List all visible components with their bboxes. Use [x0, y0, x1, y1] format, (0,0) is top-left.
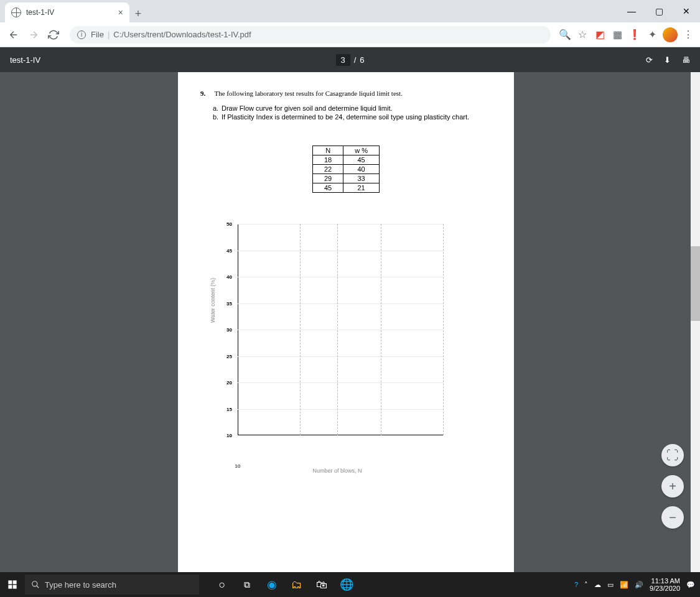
tray-wifi-icon[interactable]: 📶 — [620, 581, 628, 589]
scrollbar-track[interactable] — [691, 72, 700, 572]
cortana-icon[interactable]: ○ — [212, 574, 233, 595]
extension-icon-1[interactable]: ◩ — [593, 28, 607, 42]
extensions-puzzle-icon[interactable]: ✦ — [645, 28, 659, 42]
search-icon — [31, 580, 40, 589]
y-tick: 25 — [226, 353, 232, 359]
new-tab-button[interactable]: + — [129, 5, 147, 22]
address-bar[interactable]: i File | C:/Users/trent/Downloads/test-1… — [70, 26, 551, 44]
table-cell: 21 — [343, 183, 380, 193]
browser-toolbar: i File | C:/Users/trent/Downloads/test-1… — [0, 22, 700, 47]
taskbar-search[interactable]: Type here to search — [25, 575, 199, 595]
clock-time: 11:13 AM — [650, 577, 680, 585]
table-cell: 45 — [343, 155, 380, 165]
tray-volume-icon[interactable]: 🔊 — [635, 581, 643, 589]
gridline — [238, 277, 443, 277]
info-icon: i — [77, 30, 86, 39]
pdf-print-icon[interactable]: 🖶 — [682, 55, 690, 65]
tray-chevron-icon[interactable]: ˄ — [584, 581, 588, 589]
pdf-page-total: 6 — [360, 55, 364, 65]
flow-curve-chart: Water content (%) Number of blows, N 50 … — [219, 224, 455, 460]
start-button[interactable] — [0, 572, 25, 597]
pdf-page-sep: / — [354, 55, 357, 65]
store-icon[interactable]: 🛍 — [311, 574, 332, 595]
globe-icon — [11, 7, 21, 17]
y-tick: 40 — [226, 274, 232, 280]
url-protocol: File — [91, 30, 104, 39]
gridline — [238, 330, 443, 330]
pdf-download-icon[interactable]: ⬇ — [664, 55, 671, 65]
tray-help-icon[interactable]: ? — [574, 581, 578, 588]
clock-date: 9/23/2020 — [650, 585, 680, 592]
data-table: Nw % 1845 2240 2933 4521 — [312, 146, 380, 193]
pdf-rotate-icon[interactable]: ⟳ — [646, 55, 653, 65]
tab-title: test-1-IV — [26, 8, 54, 17]
bookmark-star-icon[interactable]: ☆ — [576, 28, 589, 42]
table-head-w: w % — [343, 146, 380, 155]
y-tick: 45 — [226, 248, 232, 253]
back-button[interactable] — [5, 26, 22, 44]
scrollbar-thumb[interactable] — [691, 246, 700, 321]
gridline — [238, 382, 443, 383]
tray-battery-icon[interactable]: ▭ — [607, 581, 614, 589]
pdf-page: 9. The following laboratory test results… — [178, 72, 514, 572]
zoom-icon[interactable]: 🔍 — [558, 28, 572, 42]
gridline-vertical — [337, 224, 338, 435]
zoom-out-button[interactable]: − — [661, 506, 684, 529]
svg-rect-1 — [13, 580, 17, 584]
pdf-viewport[interactable]: 9. The following laboratory test results… — [0, 72, 700, 572]
gridline — [238, 303, 443, 304]
window-close-button[interactable]: ✕ — [673, 0, 700, 22]
tray-cloud-icon[interactable]: ☁ — [594, 581, 601, 589]
taskbar-clock[interactable]: 11:13 AM 9/23/2020 — [650, 577, 680, 592]
profile-avatar-icon[interactable] — [663, 27, 678, 42]
edge-icon[interactable]: ◉ — [261, 574, 282, 595]
gridline — [238, 251, 443, 251]
gridline-vertical — [443, 224, 444, 435]
pdf-page-indicator: 3 / 6 — [335, 54, 364, 66]
menu-dots-icon[interactable]: ⋮ — [681, 28, 695, 42]
window-maximize-button[interactable]: ▢ — [645, 0, 673, 22]
question-number: 9. — [200, 90, 212, 97]
task-view-icon[interactable]: ⧉ — [236, 574, 258, 595]
y-tick: 10 — [226, 433, 232, 438]
window-minimize-button[interactable]: — — [618, 0, 645, 22]
browser-tab-strip: test-1-IV × + — ▢ ✕ — [0, 0, 700, 22]
table-cell: 22 — [312, 165, 343, 174]
gridline — [238, 224, 443, 224]
question-text: The following laboratory test results fo… — [214, 90, 402, 97]
y-tick: 15 — [226, 406, 232, 412]
fit-page-button[interactable]: ⛶ — [661, 444, 684, 466]
gridline — [238, 356, 443, 357]
extension-icon-3[interactable]: ❗ — [628, 28, 642, 42]
table-cell: 33 — [343, 174, 380, 183]
chrome-icon[interactable]: 🌐 — [336, 574, 357, 595]
url-path: C:/Users/trent/Downloads/test-1-IV.pdf — [113, 30, 251, 39]
notifications-icon[interactable]: 💬 — [686, 581, 695, 589]
sub-a-text: Draw Flow curve for given soil and deter… — [222, 104, 393, 112]
chart-x-label: Number of blows, N — [312, 468, 362, 474]
browser-tab[interactable]: test-1-IV × — [5, 2, 129, 22]
extension-icon-2[interactable]: ▦ — [610, 28, 624, 42]
tab-close-icon[interactable]: × — [118, 7, 123, 17]
pdf-title: test-1-IV — [10, 55, 40, 65]
pdf-page-current[interactable]: 3 — [335, 54, 350, 66]
pdf-toolbar: test-1-IV 3 / 6 ⟳ ⬇ 🖶 — [0, 47, 700, 72]
y-tick: 50 — [226, 221, 232, 227]
y-tick: 35 — [226, 300, 232, 306]
gridline — [238, 409, 443, 410]
table-cell: 18 — [312, 155, 343, 165]
file-explorer-icon[interactable]: 🗂 — [286, 574, 307, 595]
x-tick: 10 — [235, 463, 241, 469]
table-cell: 40 — [343, 165, 380, 174]
window-controls: — ▢ ✕ — [618, 0, 700, 22]
windows-taskbar: Type here to search ○ ⧉ ◉ 🗂 🛍 🌐 ? ˄ ☁ ▭ … — [0, 572, 700, 597]
forward-button[interactable] — [25, 26, 42, 44]
gridline-vertical — [381, 224, 381, 435]
gridline-vertical — [300, 224, 301, 435]
chart-y-label: Water content (%) — [210, 278, 216, 323]
y-tick: 20 — [226, 380, 232, 386]
zoom-in-button[interactable]: + — [661, 475, 684, 497]
reload-button[interactable] — [45, 26, 62, 44]
svg-rect-2 — [8, 585, 12, 589]
svg-point-4 — [32, 581, 37, 586]
